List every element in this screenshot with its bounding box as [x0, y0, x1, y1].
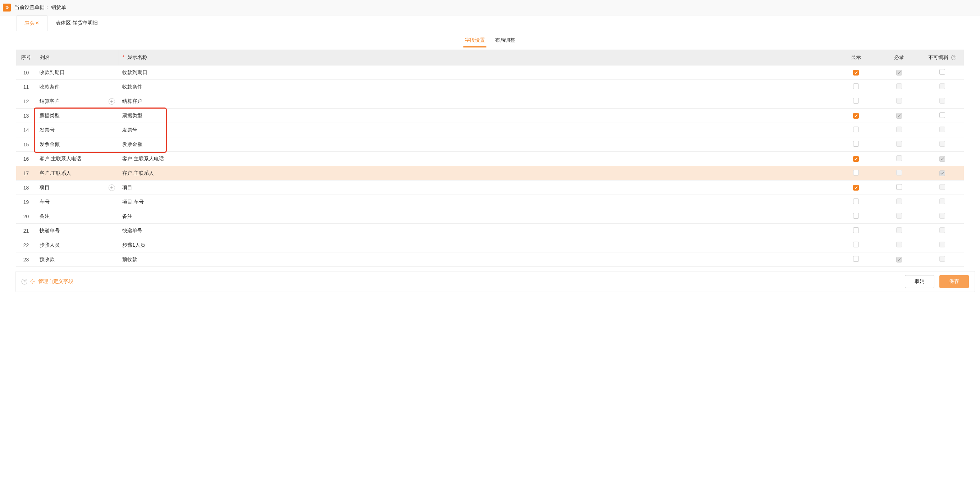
show-checkbox[interactable] [853, 83, 859, 89]
table-row: 22步骤人员步骤1人员 [16, 238, 964, 252]
cell-seq: 17 [16, 166, 36, 180]
cell-readonly [921, 224, 964, 238]
cancel-button[interactable]: 取消 [905, 275, 934, 288]
show-checkbox[interactable] [853, 199, 859, 204]
col-header-show: 显示 [834, 50, 878, 65]
cell-display-name[interactable]: 客户.主联系人 [119, 166, 834, 180]
cell-show [834, 238, 878, 252]
help-icon[interactable]: ? [22, 279, 27, 285]
cell-display-name[interactable]: 收款条件 [119, 80, 834, 94]
cell-seq: 23 [16, 252, 36, 267]
readonly-checkbox [939, 127, 945, 132]
cell-readonly [921, 94, 964, 108]
show-checkbox[interactable] [853, 213, 859, 219]
tab-0[interactable]: 表头区 [16, 16, 48, 31]
manage-custom-fields-link[interactable]: 管理自定义字段 [38, 278, 73, 285]
footer-bar: ? 管理自定义字段 取消 保存 [16, 271, 975, 292]
cell-name: 车号 [36, 195, 119, 209]
help-icon[interactable]: ? [951, 55, 956, 60]
fields-table: 序号 列名 * 显示名称 显示 必录 不可编辑 ? 10 [16, 49, 964, 267]
table-row: 14发票号发票号 [16, 123, 964, 137]
main-tabs: 表头区表体区-销货单明细 [0, 16, 980, 31]
add-button[interactable] [108, 185, 115, 191]
header-title-prefix: 当前设置单据： [14, 4, 49, 10]
show-checkbox[interactable] [853, 127, 859, 132]
cell-display-name[interactable]: 收款到期日 [119, 65, 834, 80]
cell-display-name[interactable]: 票据类型 [119, 108, 834, 123]
show-checkbox[interactable] [853, 98, 859, 103]
save-button[interactable]: 保存 [939, 275, 969, 288]
show-checkbox[interactable] [853, 170, 859, 175]
cell-show [834, 94, 878, 108]
table-row: 13票据类型票据类型 [16, 108, 964, 123]
cell-display-name[interactable]: 备注 [119, 209, 834, 224]
cell-show [834, 180, 878, 195]
cell-show [834, 65, 878, 80]
required-checkbox [896, 98, 902, 103]
cell-seq: 12 [16, 94, 36, 108]
cell-show [834, 224, 878, 238]
show-checkbox[interactable] [853, 256, 859, 262]
required-checkbox[interactable] [896, 184, 902, 190]
cell-readonly [921, 166, 964, 180]
cell-display-name[interactable]: 结算客户 [119, 94, 834, 108]
cell-readonly [921, 252, 964, 267]
table-row: 18项目项目 [16, 180, 964, 195]
required-checkbox [896, 83, 902, 89]
readonly-checkbox[interactable] [939, 69, 945, 75]
cell-display-name[interactable]: 项目.车号 [119, 195, 834, 209]
show-checkbox[interactable] [853, 185, 859, 191]
readonly-checkbox [939, 213, 945, 219]
subtab-0[interactable]: 字段设置 [463, 37, 487, 48]
readonly-checkbox [939, 256, 945, 262]
collapse-button[interactable] [3, 3, 11, 11]
cell-name: 票据类型 [36, 108, 119, 123]
cell-name: 结算客户 [36, 94, 119, 108]
readonly-checkbox[interactable] [939, 112, 945, 118]
sub-tabs: 字段设置布局调整 [0, 31, 980, 49]
required-asterisk: * [123, 54, 124, 60]
cell-display-name[interactable]: 步骤1人员 [119, 238, 834, 252]
cell-name-text: 发票金额 [40, 141, 60, 147]
table-row: 16客户.主联系人电话客户.主联系人电话 [16, 152, 964, 166]
header-bar: 当前设置单据： 销货单 [0, 0, 980, 16]
cell-required [878, 252, 921, 267]
add-button[interactable] [108, 98, 115, 105]
table-row: 11收款条件收款条件 [16, 80, 964, 94]
table-row: 15发票金额发票金额 [16, 137, 964, 152]
cell-display-name[interactable]: 预收款 [119, 252, 834, 267]
cell-readonly [921, 137, 964, 152]
cell-display-name[interactable]: 发票号 [119, 123, 834, 137]
cell-show [834, 166, 878, 180]
cell-seq: 14 [16, 123, 36, 137]
show-checkbox[interactable] [853, 141, 859, 147]
tab-1[interactable]: 表体区-销货单明细 [48, 16, 106, 31]
col-header-readonly: 不可编辑 ? [921, 50, 964, 65]
col-header-display-label: 显示名称 [127, 54, 147, 60]
col-header-seq: 序号 [16, 50, 36, 65]
cell-name-text: 快递单号 [40, 228, 60, 233]
cell-display-name[interactable]: 快递单号 [119, 224, 834, 238]
col-header-required: 必录 [878, 50, 921, 65]
col-header-name: 列名 [36, 50, 119, 65]
show-checkbox[interactable] [853, 156, 859, 162]
readonly-checkbox [939, 141, 945, 147]
cell-show [834, 195, 878, 209]
cell-display-name[interactable]: 发票金额 [119, 137, 834, 152]
cell-seq: 21 [16, 224, 36, 238]
required-checkbox [896, 113, 902, 119]
cell-display-name[interactable]: 项目 [119, 180, 834, 195]
cell-display-name[interactable]: 客户.主联系人电话 [119, 152, 834, 166]
show-checkbox[interactable] [853, 242, 859, 247]
required-checkbox [896, 242, 902, 247]
cell-required [878, 65, 921, 80]
readonly-checkbox [939, 242, 945, 247]
subtab-1[interactable]: 布局调整 [493, 37, 517, 48]
show-checkbox[interactable] [853, 113, 859, 119]
table-row: 10收款到期日收款到期日 [16, 65, 964, 80]
cell-show [834, 152, 878, 166]
gear-icon [30, 279, 35, 284]
show-checkbox[interactable] [853, 227, 859, 233]
show-checkbox[interactable] [853, 70, 859, 75]
cell-show [834, 209, 878, 224]
